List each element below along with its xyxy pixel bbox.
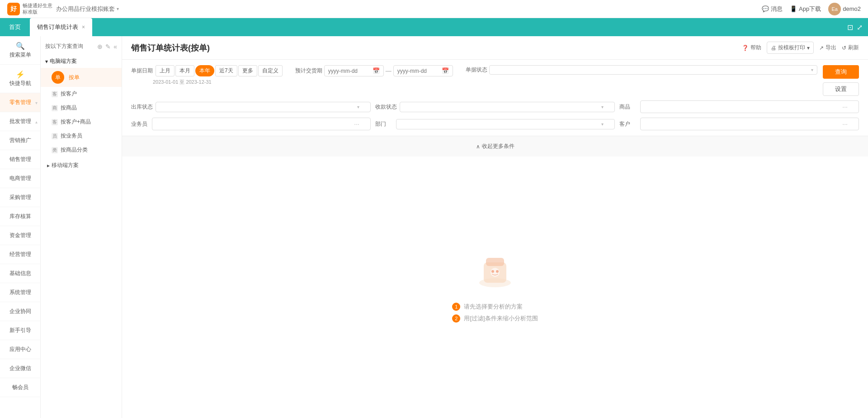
- logo-text: 畅捷通好生意 标准版: [23, 3, 52, 14]
- sidebar-item-shortcuts[interactable]: ⚡ 快捷导航: [0, 65, 40, 93]
- message-btn[interactable]: 💬 消息: [762, 5, 783, 13]
- salesperson-group: 业务员 ···: [131, 118, 371, 130]
- customer-select[interactable]: ···: [640, 118, 859, 130]
- svg-rect-2: [486, 258, 504, 266]
- sidebar-item-finance[interactable]: 资金管理: [0, 226, 40, 245]
- retail-arrow: ▾: [35, 100, 38, 105]
- tab-sales-order[interactable]: 销售订单统计表 ×: [30, 18, 92, 36]
- sidebar: 🔍 搜索菜单 ⚡ 快捷导航 零售管理 ▾ 批发管理 ▴ 营销推广 销售管理 电商…: [0, 36, 41, 418]
- main-layout: 🔍 搜索菜单 ⚡ 快捷导航 零售管理 ▾ 批发管理 ▴ 营销推广 销售管理 电商…: [0, 36, 868, 418]
- shortcuts-icon: ⚡: [2, 70, 38, 79]
- more-btn[interactable]: 更多: [238, 65, 257, 76]
- empty-tip-1: 1 请先选择要分析的方案: [452, 303, 538, 311]
- tree-child-by-product[interactable]: 商 按商品: [41, 101, 122, 115]
- order-status-chevron: ▾: [811, 67, 813, 72]
- sidebar-item-app-center[interactable]: 应用中心: [0, 340, 40, 359]
- top-bar-left: 好 畅捷通好生意 标准版 办公用品行业模拟账套 ▾: [7, 3, 119, 15]
- expected-delivery-start[interactable]: 📅: [324, 65, 384, 76]
- delivery-status-select[interactable]: ▾: [156, 102, 371, 112]
- this-month-btn[interactable]: 本月: [175, 65, 194, 76]
- expected-delivery-end-input[interactable]: [397, 68, 438, 74]
- download-icon: 📱: [790, 5, 797, 12]
- app-download-btn[interactable]: 📱 App下载: [790, 5, 821, 13]
- payment-status-chevron: ▾: [601, 104, 604, 109]
- filter-row-3: 业务员 ··· 部门 ▾ 客户: [131, 118, 859, 130]
- collapse-panel-icon[interactable]: «: [113, 43, 117, 50]
- sidebar-item-purchase[interactable]: 采购管理: [0, 188, 40, 207]
- avatar: Ea: [828, 3, 841, 15]
- tree-parent-pc[interactable]: ▾ 电脑端方案: [41, 55, 122, 68]
- collapse-btn[interactable]: ∧ 收起更多条件: [476, 140, 514, 153]
- sidebar-item-ecommerce[interactable]: 电商管理: [0, 169, 40, 188]
- restore-icon[interactable]: ⊡: [847, 23, 853, 32]
- by-customer-product-icon: 客: [52, 119, 58, 125]
- svg-point-5: [496, 270, 499, 273]
- department-chevron: ▾: [601, 122, 604, 127]
- sidebar-item-newbie[interactable]: 新手引导: [0, 321, 40, 340]
- help-btn[interactable]: ❓ 帮助: [742, 44, 761, 52]
- sidebar-item-wechat[interactable]: 企业微信: [0, 359, 40, 378]
- calendar-end-icon[interactable]: 📅: [442, 67, 449, 74]
- sidebar-item-enterprise[interactable]: 企业协同: [0, 302, 40, 321]
- by-category-icon: 类: [52, 147, 58, 153]
- tree-child-by-category[interactable]: 类 按商品分类: [41, 143, 122, 157]
- tab-close-icon[interactable]: ×: [82, 24, 85, 30]
- tab-home[interactable]: 首页: [0, 18, 30, 36]
- query-btn[interactable]: 查询: [823, 65, 859, 79]
- sidebar-item-basic[interactable]: 基础信息: [0, 264, 40, 283]
- print-template-btn[interactable]: 🖨 按模板打印 ▾: [767, 42, 814, 54]
- page-actions: ❓ 帮助 🖨 按模板打印 ▾ ↗ 导出 ↺ 刷新: [742, 42, 859, 54]
- product-dots[interactable]: ···: [842, 103, 848, 110]
- empty-tips: 1 请先选择要分析的方案 2 用[过滤]条件来缩小分析范围: [452, 303, 538, 326]
- sidebar-item-inventory[interactable]: 库存核算: [0, 207, 40, 226]
- tree-sub-parent-mobile[interactable]: ▸ 移动端方案: [41, 159, 122, 172]
- department-select[interactable]: ▾: [396, 119, 615, 129]
- calendar-start-icon[interactable]: 📅: [373, 67, 380, 74]
- sidebar-item-search[interactable]: 🔍 搜索菜单: [0, 36, 40, 65]
- expected-delivery-end[interactable]: 📅: [393, 65, 453, 76]
- sidebar-item-member[interactable]: 畅会员: [0, 378, 40, 397]
- sidebar-item-marketing[interactable]: 营销推广: [0, 131, 40, 150]
- expected-delivery-start-input[interactable]: [328, 68, 369, 74]
- tip-num-2: 2: [452, 314, 460, 323]
- customer-dots[interactable]: ···: [842, 120, 848, 128]
- last-7days-btn[interactable]: 近7天: [215, 65, 237, 76]
- tree-child-by-salesperson[interactable]: 员 按业务员: [41, 129, 122, 143]
- salesperson-dots[interactable]: ···: [354, 120, 359, 128]
- date-dash: —: [386, 67, 392, 74]
- tree-child-by-order[interactable]: 单 按单: [41, 68, 122, 87]
- empty-tip-2: 2 用[过滤]条件来缩小分析范围: [452, 314, 538, 323]
- edit-scheme-icon[interactable]: ✎: [105, 43, 111, 50]
- custom-btn[interactable]: 自定义: [258, 65, 283, 76]
- refresh-icon: ↺: [842, 45, 846, 51]
- add-scheme-icon[interactable]: ⊕: [97, 43, 103, 50]
- last-month-btn[interactable]: 上月: [156, 65, 175, 76]
- sidebar-item-sales[interactable]: 销售管理: [0, 150, 40, 169]
- sidebar-item-retail[interactable]: 零售管理 ▾: [0, 93, 40, 112]
- tree-child-by-customer-product[interactable]: 客 按客户+商品: [41, 115, 122, 129]
- this-year-btn[interactable]: 本年: [195, 65, 214, 76]
- sidebar-item-system[interactable]: 系统管理: [0, 283, 40, 302]
- export-btn[interactable]: ↗ 导出: [819, 44, 836, 52]
- settings-btn[interactable]: 设置: [823, 82, 859, 96]
- user-area[interactable]: Ea demo2: [828, 3, 861, 15]
- product-select[interactable]: ···: [640, 100, 859, 113]
- salesperson-label: 业务员: [131, 120, 149, 128]
- refresh-btn[interactable]: ↺ 刷新: [842, 44, 859, 52]
- salesperson-select[interactable]: ···: [152, 118, 371, 130]
- department-group: 部门 ▾: [375, 118, 615, 130]
- tree-child-by-customer[interactable]: 客 按客户: [41, 87, 122, 101]
- sidebar-item-operations[interactable]: 经营管理: [0, 245, 40, 264]
- tree-section-pc: ▾ 电脑端方案 单 按单 客 按客户 商 按商品 客 按客户+商品: [41, 53, 122, 159]
- page-title: 销售订单统计表(按单): [131, 43, 210, 53]
- workspace-selector[interactable]: 办公用品行业模拟账套 ▾: [56, 5, 119, 13]
- date-range-text: 2023-01-01 至 2023-12-31: [153, 79, 212, 85]
- order-status-select[interactable]: ▾: [489, 65, 817, 75]
- maximize-icon[interactable]: ⤢: [857, 23, 863, 32]
- sidebar-item-wholesale[interactable]: 批发管理 ▴: [0, 112, 40, 131]
- tab-bar: 首页 销售订单统计表 × ⊡ ⤢: [0, 18, 868, 36]
- payment-status-select[interactable]: ▾: [400, 102, 615, 112]
- panel-header-icons: ⊕ ✎ «: [97, 43, 117, 50]
- mobile-expand-arrow: ▸: [47, 162, 50, 169]
- customer-label: 客户: [619, 120, 637, 128]
